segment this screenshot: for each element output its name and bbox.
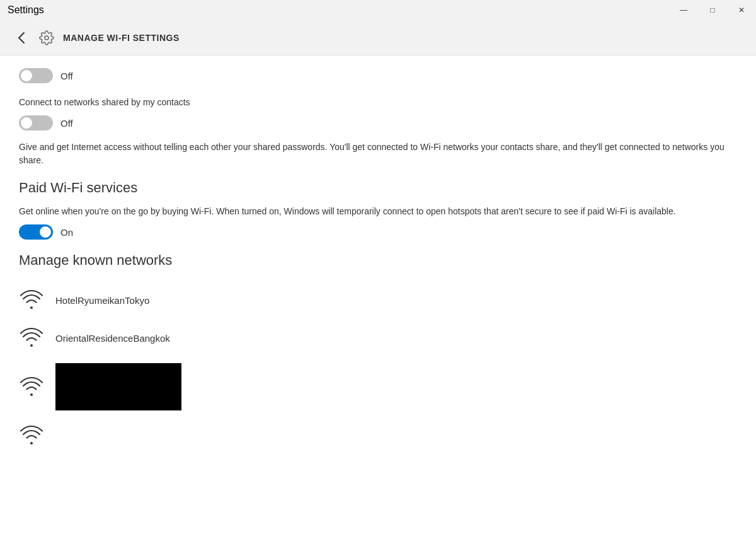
- contacts-label: Connect to networks shared by my contact…: [19, 96, 737, 109]
- network-name-1: HotelRyumeikanTokyo: [55, 295, 149, 306]
- paid-wifi-title: Paid Wi-Fi services: [19, 180, 737, 196]
- close-button[interactable]: ✕: [727, 0, 756, 20]
- wifi-icon-3: [19, 375, 44, 400]
- redacted-network-name: [55, 363, 181, 410]
- first-toggle[interactable]: [19, 68, 53, 83]
- network-item-4: [19, 417, 737, 455]
- wifi-icon-2: [19, 325, 44, 351]
- first-toggle-row: Off: [19, 68, 737, 83]
- network-item-3: [19, 357, 737, 417]
- paid-wifi-toggle[interactable]: [19, 224, 53, 240]
- gear-icon: [39, 30, 54, 45]
- wifi-icon-1: [19, 288, 44, 313]
- toggle-thumb: [21, 70, 32, 81]
- second-toggle-row: Off: [19, 115, 737, 131]
- contacts-toggle[interactable]: [19, 115, 53, 131]
- contacts-description: Give and get Internet access without tel…: [19, 141, 737, 167]
- contacts-toggle-label: Off: [60, 118, 73, 129]
- minimize-button[interactable]: —: [669, 0, 698, 20]
- network-item-1: HotelRyumeikanTokyo: [19, 281, 737, 319]
- network-item-2: OrientalResidenceBangkok: [19, 319, 737, 357]
- network-name-2: OrientalResidenceBangkok: [55, 333, 170, 344]
- paid-wifi-description: Get online when you're on the go by buyi…: [19, 205, 737, 218]
- back-button[interactable]: [13, 29, 30, 47]
- title-bar-left: Settings: [8, 4, 44, 16]
- page-header: MANAGE WI-FI SETTINGS: [0, 20, 756, 55]
- wifi-icon-4: [19, 423, 44, 448]
- settings-window: Settings — □ ✕ MANAGE WI-FI SETTINGS Of: [0, 0, 756, 546]
- title-bar-controls: — □ ✕: [669, 0, 756, 20]
- known-networks-title: Manage known networks: [19, 252, 737, 269]
- paid-wifi-toggle-row: On: [19, 224, 737, 240]
- page-title: MANAGE WI-FI SETTINGS: [63, 33, 180, 43]
- settings-content: Off Connect to networks shared by my con…: [0, 55, 756, 546]
- toggle-thumb-2: [21, 117, 32, 129]
- first-toggle-label: Off: [60, 71, 73, 81]
- title-bar-title: Settings: [8, 4, 44, 16]
- paid-wifi-toggle-label: On: [60, 227, 73, 238]
- paid-wifi-toggle-thumb: [40, 226, 51, 238]
- maximize-button[interactable]: □: [698, 0, 727, 20]
- title-bar: Settings — □ ✕: [0, 0, 756, 20]
